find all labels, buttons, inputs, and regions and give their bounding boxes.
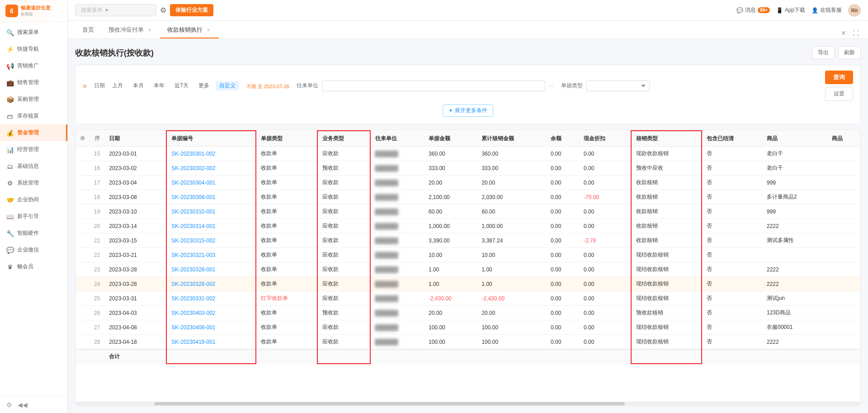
tab-1[interactable]: 预收冲应付单× bbox=[101, 22, 160, 38]
tab-2[interactable]: 收款核销执行× bbox=[160, 22, 219, 38]
sidebar-item-12[interactable]: 🔧智能硬件 bbox=[0, 225, 67, 242]
row-voucher-no-9[interactable]: SK-20230328-002 bbox=[166, 277, 256, 291]
row-checkbox-13[interactable] bbox=[75, 335, 90, 350]
table-container[interactable]: ⚙ 序 日期 单据编号 单据类型 业务类型 往来单位 单据金额 累计核销金额 余… bbox=[75, 130, 860, 402]
trial-btn[interactable]: 体验行业方案 bbox=[170, 4, 213, 16]
sidebar-item-0[interactable]: 🔍搜索菜单 bbox=[0, 24, 67, 41]
close-window-icon[interactable]: ✕ bbox=[839, 28, 848, 38]
row-voucher-no-6[interactable]: SK-20230315-002 bbox=[166, 233, 256, 248]
row-voucher-no-12[interactable]: SK-20230408-001 bbox=[166, 320, 256, 335]
expand-more-btn[interactable]: ▼ 展开更多条件 bbox=[443, 104, 493, 117]
row-voucher-no-0[interactable]: SK-20230301-002 bbox=[166, 147, 256, 161]
row-cash-discount-1: 0.00 bbox=[579, 161, 631, 176]
voucher-type-select[interactable] bbox=[586, 81, 650, 91]
row-checkbox-1[interactable] bbox=[75, 161, 90, 176]
row-checkbox-0[interactable] bbox=[75, 147, 90, 161]
row-checkbox-7[interactable] bbox=[75, 248, 90, 262]
partner-input[interactable] bbox=[322, 81, 546, 91]
sidebar-item-8[interactable]: 🗂基础信息 bbox=[0, 158, 67, 175]
date-more-btn[interactable]: 更多 bbox=[195, 81, 213, 90]
sidebar-item-10[interactable]: 🤝企业协同 bbox=[0, 191, 67, 208]
sidebar-item-1[interactable]: ⚡快捷导航 bbox=[0, 41, 67, 57]
row-partner-13: ██████ bbox=[370, 335, 425, 350]
row-voucher-no-8[interactable]: SK-20230328-001 bbox=[166, 262, 256, 277]
table-row: 25 2023-03-31 SK-20230331-002 红字收款单 应收款 … bbox=[75, 291, 860, 306]
row-checkbox-12[interactable] bbox=[75, 320, 90, 335]
row-cash-discount-13: 0.00 bbox=[579, 335, 631, 350]
refresh-btn[interactable]: 刷新 bbox=[838, 46, 861, 59]
row-voucher-no-3[interactable]: SK-20230308-001 bbox=[166, 190, 256, 204]
topbar-gear-icon[interactable]: ⚙ bbox=[160, 6, 166, 14]
row-product-7 bbox=[762, 248, 827, 262]
partner-dots[interactable]: ··· bbox=[549, 83, 553, 89]
app-download-item[interactable]: 📱 App下载 bbox=[776, 6, 805, 14]
row-checkbox-10[interactable] bbox=[75, 291, 90, 306]
sidebar-item-13[interactable]: 💬企业微信 bbox=[0, 242, 67, 258]
avatar[interactable]: Rit bbox=[848, 4, 861, 17]
export-btn[interactable]: 导出 bbox=[812, 46, 835, 59]
sidebar-item-2[interactable]: 📢营销推广 bbox=[0, 57, 67, 74]
table-row: 21 2023-03-15 SK-20230315-002 收款单 应收款 ██… bbox=[75, 233, 860, 248]
date-7-days-btn[interactable]: 近7天 bbox=[171, 81, 192, 90]
row-voucher-no-7[interactable]: SK-20230321-003 bbox=[166, 248, 256, 262]
filter-expand-arrow[interactable]: » bbox=[83, 82, 87, 90]
sidebar-item-6[interactable]: 💰资金管理 bbox=[0, 124, 67, 141]
sidebar-icon-5: 🗃 bbox=[6, 113, 14, 120]
row-balance-7: 0.00 bbox=[546, 248, 579, 262]
row-partner-7: ██████ bbox=[370, 248, 425, 262]
th-settings[interactable]: ⚙ bbox=[75, 131, 90, 147]
row-voucher-no-2[interactable]: SK-20230304-001 bbox=[166, 176, 256, 190]
tab-close-1[interactable]: × bbox=[146, 27, 153, 33]
row-business-type-4: 应收款 bbox=[317, 204, 370, 219]
online-service-item[interactable]: 👤 在线客服 bbox=[811, 6, 842, 14]
chevron-down-icon: ▼ bbox=[448, 108, 453, 113]
table-row: 18 2023-03-08 SK-20230308-001 收款单 应收款 ██… bbox=[75, 190, 860, 204]
date-last-month-btn[interactable]: 上月 bbox=[108, 81, 127, 90]
row-voucher-no-5[interactable]: SK-20230314-001 bbox=[166, 219, 256, 233]
query-btn[interactable]: 查询 bbox=[825, 71, 853, 84]
tab-0[interactable]: 首页 bbox=[75, 22, 101, 38]
date-custom-btn[interactable]: 自定义 bbox=[216, 81, 239, 90]
sidebar-label-2: 营销推广 bbox=[17, 62, 39, 70]
row-cumulative-9: 1.00 bbox=[477, 277, 546, 291]
sidebar-item-5[interactable]: 🗃库存核算 bbox=[0, 108, 67, 124]
th-index: 序 bbox=[90, 131, 104, 147]
row-voucher-no-10[interactable]: SK-20230331-002 bbox=[166, 291, 256, 306]
row-checkbox-2[interactable] bbox=[75, 176, 90, 190]
date-this-month-btn[interactable]: 本月 bbox=[129, 81, 147, 90]
row-checkbox-11[interactable] bbox=[75, 306, 90, 320]
row-voucher-no-1[interactable]: SK-20230302-002 bbox=[166, 161, 256, 176]
topbar-left: 搜索菜单 ▼ ⚙ 体验行业方案 bbox=[75, 4, 731, 16]
tab-close-2[interactable]: × bbox=[205, 27, 212, 33]
setting-btn[interactable]: 设置 bbox=[825, 87, 853, 101]
maximize-window-icon[interactable]: ⛶ bbox=[851, 28, 861, 38]
settings-footer-icon[interactable]: ⚙ bbox=[6, 401, 12, 408]
sidebar-item-4[interactable]: 📦采购管理 bbox=[0, 91, 67, 108]
th-product2: 商品 bbox=[827, 131, 860, 147]
row-cumulative-8: 1.00 bbox=[477, 262, 546, 277]
row-checkbox-8[interactable] bbox=[75, 262, 90, 277]
collapse-icon[interactable]: ◀◀ bbox=[18, 401, 28, 408]
sidebar-label-1: 快捷导航 bbox=[17, 45, 39, 53]
row-voucher-no-11[interactable]: SK-20230403-002 bbox=[166, 306, 256, 320]
row-checkbox-9[interactable] bbox=[75, 277, 90, 291]
row-include-settled-9: 否 bbox=[702, 277, 762, 291]
horizontal-scrollbar[interactable] bbox=[75, 402, 860, 405]
sidebar-item-14[interactable]: ♛畅会员 bbox=[0, 258, 67, 275]
row-balance-0: 0.00 bbox=[546, 147, 579, 161]
row-voucher-no-13[interactable]: SK-20230418-001 bbox=[166, 335, 256, 350]
notification-item[interactable]: 💬 消息 99+ bbox=[736, 6, 770, 14]
row-cumulative-13: 100.00 bbox=[477, 335, 546, 350]
sidebar-item-3[interactable]: 💼销售管理 bbox=[0, 74, 67, 91]
row-voucher-no-4[interactable]: SK-20230310-001 bbox=[166, 204, 256, 219]
sidebar-item-7[interactable]: 📊经营管理 bbox=[0, 141, 67, 158]
row-index-9: 24 bbox=[90, 277, 104, 291]
row-checkbox-3[interactable] bbox=[75, 190, 90, 204]
sidebar-item-11[interactable]: 📖新手引导 bbox=[0, 208, 67, 225]
row-cash-discount-9: 0.00 bbox=[579, 277, 631, 291]
row-checkbox-6[interactable] bbox=[75, 233, 90, 248]
row-checkbox-5[interactable] bbox=[75, 219, 90, 233]
date-this-year-btn[interactable]: 本年 bbox=[150, 81, 168, 90]
row-checkbox-4[interactable] bbox=[75, 204, 90, 219]
sidebar-item-9[interactable]: ⚙系统管理 bbox=[0, 175, 67, 191]
